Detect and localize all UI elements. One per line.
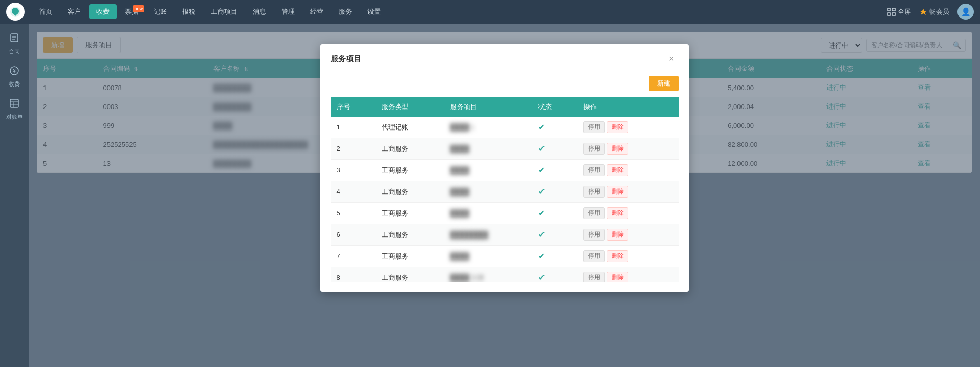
delete-button[interactable]: 删除 [607, 272, 628, 282]
badge-new: new [133, 5, 144, 12]
sidebar-item-contract[interactable]: 合同 [2, 29, 27, 59]
modal-header-row: 序号 服务类型 服务项目 状态 操作 [331, 97, 679, 117]
nav-item-business[interactable]: 工商项目 [204, 4, 245, 19]
stop-button[interactable]: 停用 [583, 164, 605, 176]
modal-cell-status: ✔ [532, 117, 577, 138]
modal-cell-status: ✔ [532, 160, 577, 181]
content-area: 新增 服务项目 进行中 已完成 已终止 🔍 [29, 24, 980, 367]
modal-col-action: 操作 [577, 97, 678, 117]
fullscreen-label: 全屏 [898, 7, 911, 16]
modal-table-wrap: 序号 服务类型 服务项目 状态 操作 1 代理记账 ████ 1 ✔ 停用 [331, 97, 679, 282]
svg-marker-5 [920, 9, 927, 15]
modal-cell-item: ████ [444, 203, 532, 224]
modal-table-row: 2 工商服务 ████ ✔ 停用 删除 [331, 138, 679, 160]
modal-cell-type: 工商服务 [376, 224, 444, 246]
modal-col-item: 服务项目 [444, 97, 532, 117]
modal-cell-type: 工商服务 [376, 246, 444, 267]
modal-cell-item: ████████ [444, 224, 532, 246]
modal-cell-type: 工商服务 [376, 267, 444, 282]
modal-cell-item: ████ 1 [444, 117, 532, 138]
nav-item-bookkeeping[interactable]: 记账 [146, 4, 174, 19]
main-layout: 合同 ¥ 收费 对账单 新增 服务项目 进行中 已完成 [0, 24, 980, 367]
delete-button[interactable]: 删除 [607, 186, 628, 198]
svg-rect-3 [888, 13, 890, 15]
nav-item-tax[interactable]: 报税 [175, 4, 203, 19]
stop-button[interactable]: 停用 [583, 229, 605, 241]
modal-cell-no: 4 [331, 181, 376, 203]
modal-cell-status: ✔ [532, 267, 577, 282]
sidebar-item-reconcile[interactable]: 对账单 [2, 94, 27, 125]
modal-table-row: 1 代理记账 ████ 1 ✔ 停用 删除 [331, 117, 679, 138]
modal-title: 服务项目 [331, 54, 361, 64]
modal-col-type: 服务类型 [376, 97, 444, 117]
modal-cell-status: ✔ [532, 246, 577, 267]
modal-cell-no: 8 [331, 267, 376, 282]
modal-table-row: 7 工商服务 ████ ✔ 停用 删除 [331, 246, 679, 267]
vip-label: 畅会员 [929, 7, 949, 16]
modal-col-status: 状态 [532, 97, 577, 117]
stop-button[interactable]: 停用 [583, 207, 605, 219]
modal-toolbar: 新建 [331, 76, 679, 91]
modal-new-button[interactable]: 新建 [649, 76, 679, 91]
nav-item-client[interactable]: 客户 [60, 4, 88, 19]
nav-item-message[interactable]: 消息 [246, 4, 273, 19]
modal-cell-actions: 停用 删除 [577, 246, 678, 267]
modal-cell-status: ✔ [532, 203, 577, 224]
sidebar-reconcile-label: 对账单 [6, 113, 23, 121]
fullscreen-button[interactable]: 全屏 [887, 7, 911, 16]
modal-cell-no: 1 [331, 117, 376, 138]
delete-button[interactable]: 删除 [607, 143, 628, 155]
user-avatar[interactable]: 👤 [957, 4, 974, 20]
stop-button[interactable]: 停用 [583, 121, 605, 133]
nav-item-settings[interactable]: 设置 [360, 4, 388, 19]
modal-header: 服务项目 × [320, 44, 689, 70]
modal-cell-status: ✔ [532, 181, 577, 203]
delete-button[interactable]: 删除 [607, 229, 628, 241]
sidebar-contract-label: 合同 [9, 48, 20, 55]
fee-icon: ¥ [9, 66, 19, 78]
modal-col-no: 序号 [331, 97, 376, 117]
delete-button[interactable]: 删除 [607, 207, 628, 219]
delete-button[interactable]: 删除 [607, 250, 628, 262]
vip-button[interactable]: 畅会员 [919, 7, 949, 16]
sidebar-item-fee[interactable]: ¥ 收费 [2, 61, 27, 92]
nav-item-manage[interactable]: 管理 [274, 4, 302, 19]
top-navigation: 首页 客户 收费 票据 new 记账 报税 工商项目 消息 管理 经营 服务 设… [0, 0, 980, 24]
nav-item-fee[interactable]: 收费 [89, 4, 117, 19]
modal-table-row: 8 工商服务 ████ 注册 ✔ 停用 删除 [331, 267, 679, 282]
app-logo [6, 3, 25, 21]
modal-cell-type: 工商服务 [376, 181, 444, 203]
modal-table-row: 5 工商服务 ████ ✔ 停用 删除 [331, 203, 679, 224]
modal-cell-item: ████ [444, 138, 532, 160]
modal-cell-item: ████ 注册 [444, 267, 532, 282]
modal-cell-actions: 停用 删除 [577, 117, 678, 138]
svg-text:¥: ¥ [12, 68, 16, 74]
stop-button[interactable]: 停用 [583, 143, 605, 155]
left-sidebar: 合同 ¥ 收费 对账单 [0, 24, 29, 367]
stop-button[interactable]: 停用 [583, 272, 605, 282]
modal-cell-no: 6 [331, 224, 376, 246]
nav-item-home[interactable]: 首页 [32, 4, 59, 19]
stop-button[interactable]: 停用 [583, 250, 605, 262]
modal-cell-actions: 停用 删除 [577, 181, 678, 203]
svg-rect-1 [888, 8, 890, 11]
modal-overlay: 服务项目 × 新建 序号 服务类型 服务项目 [29, 24, 980, 367]
modal-close-button[interactable]: × [665, 52, 679, 66]
sidebar-fee-label: 收费 [9, 80, 20, 88]
svg-rect-2 [892, 8, 895, 11]
stop-button[interactable]: 停用 [583, 186, 605, 198]
modal-cell-status: ✔ [532, 138, 577, 160]
modal-cell-item: ████ [444, 160, 532, 181]
delete-button[interactable]: 删除 [607, 121, 628, 133]
nav-items-container: 首页 客户 收费 票据 new 记账 报税 工商项目 消息 管理 经营 服务 设… [32, 4, 887, 19]
modal-cell-type: 工商服务 [376, 138, 444, 160]
modal-cell-type: 工商服务 [376, 160, 444, 181]
modal-cell-no: 2 [331, 138, 376, 160]
modal-cell-no: 3 [331, 160, 376, 181]
modal-cell-status: ✔ [532, 224, 577, 246]
nav-item-service[interactable]: 服务 [332, 4, 359, 19]
delete-button[interactable]: 删除 [607, 164, 628, 176]
nav-item-operation[interactable]: 经营 [303, 4, 331, 19]
modal-cell-type: 工商服务 [376, 203, 444, 224]
nav-item-invoice[interactable]: 票据 new [118, 4, 145, 19]
